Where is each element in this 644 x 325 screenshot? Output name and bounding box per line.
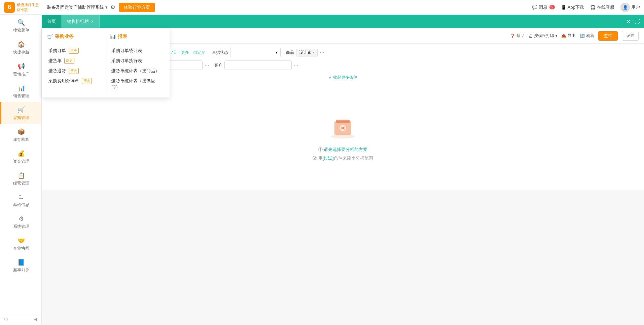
empty-illustration	[326, 113, 360, 140]
sidebar-item-sales[interactable]: 📊 销售管理	[0, 80, 41, 102]
incoming-badge: 历史	[64, 58, 74, 64]
app-download-btn[interactable]: 📱 App下载	[561, 4, 584, 10]
goods-more-btn[interactable]: ···	[320, 49, 324, 55]
customer-select[interactable]	[224, 60, 292, 70]
quick-custom[interactable]: 自定义	[192, 49, 207, 56]
message-btn[interactable]: 💬 消息 5	[532, 4, 555, 10]
basic-icon: 🗂	[18, 194, 24, 201]
tab-close-icon[interactable]: ✕	[91, 19, 94, 24]
guide-icon: 📘	[17, 259, 25, 266]
sidebar-item-nav[interactable]: 🏠 快捷导航	[0, 37, 41, 58]
industry-btn[interactable]: 体验行业方案	[119, 3, 155, 12]
sidebar-item-basic[interactable]: 🗂 基础信息	[0, 190, 41, 211]
expense-badge: 历史	[82, 78, 92, 84]
dropdown-section-report: 📊 报表 采购订单统计表 采购订单执行表 进货单统计表（按商品） 进货单统计表（…	[110, 34, 165, 92]
empty-hint-1: ① 请先选择要分析的方案	[318, 145, 368, 154]
quick-more[interactable]: 更多	[180, 49, 190, 56]
topbar: 6 畅捷通好生意 标准版 装备及固定资产辅助管理系统 ▾ ⚙ 体验行业方案 💬 …	[0, 0, 644, 15]
avatar: 👤	[620, 3, 630, 12]
goods-tag: 设计素 ×	[296, 49, 318, 56]
search-icon: 🔍	[17, 19, 25, 26]
refresh-btn[interactable]: 🔄 刷新	[580, 33, 594, 39]
sidebar-item-marketing[interactable]: 📢 营销推广	[0, 58, 41, 80]
print-btn[interactable]: 🖨 按模板打印 ▾	[529, 33, 557, 39]
tabbar-right: ✕ ⛶	[626, 18, 644, 25]
empty-hint-2: ② 用[过滤]条件来缩小分析范围	[313, 154, 373, 163]
refresh-icon: 🔄	[580, 34, 585, 38]
user-btn[interactable]: 👤 用户	[620, 3, 640, 12]
dropdown-purchase-title: 🛒 采购业务	[47, 34, 102, 42]
export-btn[interactable]: 📤 导出	[561, 33, 576, 39]
print-icon: 🖨	[529, 34, 533, 38]
sidebar-item-inventory[interactable]: 📦 库存核算	[0, 124, 41, 146]
svg-rect-2	[336, 120, 350, 123]
salesman-more-btn[interactable]: ···	[205, 62, 209, 68]
enterprise-icon: 🤝	[17, 237, 25, 244]
online-service-btn[interactable]: 🎧 在线客服	[590, 4, 614, 10]
inventory-icon: 📦	[17, 128, 25, 135]
report-section-icon: 📊	[110, 34, 116, 39]
dropdown-purchase-order-stat[interactable]: 采购订单统计表	[110, 46, 165, 56]
operations-icon: 📋	[17, 172, 25, 179]
sidebar-settings-icon[interactable]: ⚙	[4, 317, 8, 322]
tab-sales-ranking[interactable]: 销售排行榜 ✕	[62, 15, 100, 28]
tabbar: 首页 销售排行榜 ✕ ✕ ⛶	[42, 15, 644, 28]
collapse-icon: ∧	[328, 75, 332, 80]
help-icon: ❓	[510, 34, 515, 38]
sidebar-item-guide[interactable]: 📘 新手引导	[0, 255, 41, 277]
dropdown-return[interactable]: 进货退货 历史	[47, 66, 102, 76]
sidebar-item-search[interactable]: 🔍 搜索菜单	[0, 15, 41, 37]
dropdown-divider	[106, 34, 106, 92]
purchase-dropdown: 🛒 采购业务 采购订单 历史 进货单 历史 进货退货 历史 采购费用分摊单 历史…	[42, 28, 170, 97]
help-btn[interactable]: ❓ 帮助	[510, 33, 525, 39]
system-title: 装备及固定资产辅助管理系统	[47, 4, 104, 10]
customer-label: 客户	[214, 63, 222, 68]
settings-icon[interactable]: ⚙	[110, 4, 115, 10]
sidebar-item-purchase[interactable]: 🛒 采购管理	[0, 102, 41, 124]
marketing-icon: 📢	[17, 63, 25, 70]
goods-label: 商品	[286, 50, 294, 55]
topbar-right: 💬 消息 5 📱 App下载 🎧 在线客服 👤 用户	[532, 3, 640, 12]
dropdown-incoming[interactable]: 进货单 历史	[47, 56, 102, 66]
export-icon: 📤	[561, 34, 566, 38]
tabbar-expand-icon[interactable]: ⛶	[635, 18, 640, 25]
quick-7days[interactable]: 7天	[170, 49, 179, 56]
dropdown-purchase-order[interactable]: 采购订单 历史	[47, 46, 102, 56]
sidebar-collapse-icon[interactable]: ◀	[34, 317, 37, 322]
sidebar-item-operations[interactable]: 📋 经营管理	[0, 168, 41, 190]
empty-state: ① 请先选择要分析的方案 ② 用[过滤]条件来缩小分析范围	[42, 86, 644, 190]
purchase-order-badge: 历史	[69, 48, 79, 54]
dropdown-expense[interactable]: 采购费用分摊单 历史	[47, 76, 102, 86]
doc-status-filter: 单据状态 ▾	[212, 48, 281, 57]
tabbar-close-icon[interactable]: ✕	[626, 18, 631, 25]
sidebar: 🔍 搜索菜单 🏠 快捷导航 📢 营销推广 📊 销售管理 🛒 采购管理 📦 库存核…	[0, 15, 42, 325]
customer-more-btn[interactable]: ···	[294, 62, 298, 68]
logo: 6 畅捷通好生意 标准版	[4, 2, 44, 13]
dropdown-incoming-by-goods[interactable]: 进货单统计表（按商品）	[110, 66, 165, 76]
print-dropdown-icon[interactable]: ▾	[556, 34, 557, 38]
sidebar-item-system[interactable]: ⚙ 系统管理	[0, 211, 41, 233]
logo-icon: 6	[4, 2, 15, 13]
system-dropdown-icon[interactable]: ▾	[105, 5, 108, 10]
dropdown-incoming-by-supplier[interactable]: 进货单统计表（按供应商）	[110, 76, 165, 92]
goods-tag-close[interactable]: ×	[313, 51, 315, 54]
sales-icon: 📊	[17, 84, 25, 92]
headset-icon: 🎧	[590, 5, 596, 10]
tab-home[interactable]: 首页	[42, 15, 62, 28]
dropdown-purchase-order-exec[interactable]: 采购订单执行表	[110, 56, 165, 66]
message-icon: 💬	[532, 5, 537, 10]
message-badge: 5	[549, 5, 555, 9]
doc-status-label: 单据状态	[212, 50, 228, 55]
query-btn[interactable]: 查询	[598, 31, 618, 41]
doc-status-select[interactable]: ▾	[230, 48, 281, 57]
sidebar-item-enterprise[interactable]: 🤝 企业协同	[0, 233, 41, 255]
customer-filter: 客户 ···	[214, 60, 298, 70]
purchase-icon: 🛒	[17, 106, 25, 114]
settings-btn[interactable]: 设置	[622, 31, 639, 41]
finance-icon: 💰	[17, 150, 25, 157]
sidebar-bottom: ⚙ ◀	[0, 313, 41, 325]
sidebar-item-finance[interactable]: 💰 资金管理	[0, 146, 41, 168]
phone-icon: 📱	[561, 5, 566, 10]
purchase-section-icon: 🛒	[47, 34, 53, 39]
goods-filter: 商品 设计素 × ···	[286, 49, 324, 56]
